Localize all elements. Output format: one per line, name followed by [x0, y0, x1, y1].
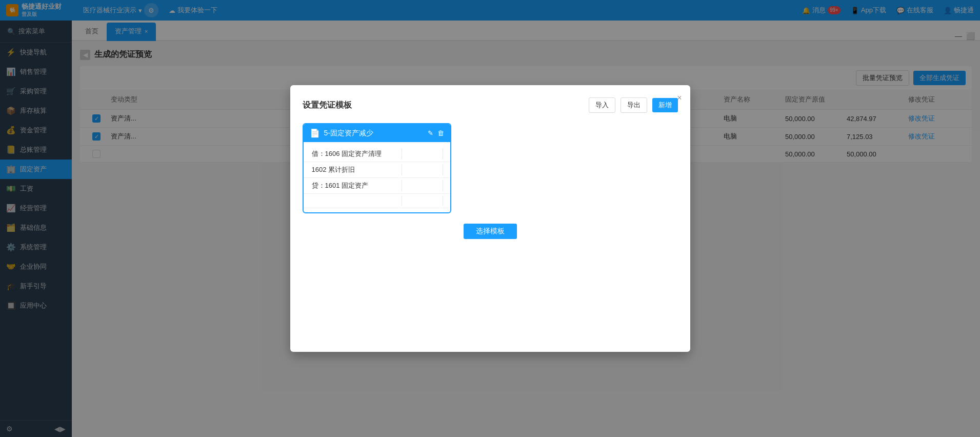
template-card-header: 📄 5-固定资产减少 ✎ 🗑: [304, 124, 450, 142]
template-row4-debit: [402, 196, 443, 206]
template-row: 1602 累计折旧: [304, 162, 450, 178]
modal-title: 设置凭证模板: [303, 100, 352, 111]
modal-header: 设置凭证模板 导入 导出 新增: [303, 97, 678, 113]
template-row: 贷：1601 固定资产: [304, 178, 450, 194]
card-title-area: 📄 5-固定资产减少: [310, 128, 373, 138]
template-row: 借：1606 固定资产清理: [304, 146, 450, 162]
template-row2-credit: [443, 164, 451, 175]
select-template-btn[interactable]: 选择模板: [464, 224, 517, 239]
template-row4-account: [310, 196, 402, 206]
template-row2-account: 1602 累计折旧: [310, 164, 402, 175]
template-row1-account: 借：1606 固定资产清理: [310, 148, 402, 160]
card-action-buttons: ✎ 🗑: [428, 129, 444, 137]
template-card-title: 5-固定资产减少: [324, 129, 373, 138]
export-btn[interactable]: 导出: [621, 97, 647, 113]
document-icon: 📄: [310, 128, 320, 138]
select-template-area: 选择模板: [303, 224, 678, 239]
template-row2-debit: [402, 164, 443, 175]
template-row3-debit: [402, 180, 443, 191]
new-template-btn[interactable]: 新增: [652, 98, 678, 112]
template-edit-btn[interactable]: ✎: [428, 129, 433, 137]
template-row1-debit: [402, 148, 443, 160]
template-row-empty: [304, 194, 450, 208]
template-row3-account: 贷：1601 固定资产: [310, 180, 402, 191]
template-row3-credit: [443, 180, 451, 191]
template-card: 📄 5-固定资产减少 ✎ 🗑 借：1606 固定资产清理 1602 累计折旧 贷…: [303, 123, 451, 213]
template-delete-btn[interactable]: 🗑: [437, 129, 444, 137]
modal-set-template: 设置凭证模板 导入 导出 新增 × 📄 5-固定资产减少 ✎ 🗑 借：1606 …: [290, 85, 690, 352]
import-btn[interactable]: 导入: [589, 97, 615, 113]
template-row1-credit: [443, 148, 451, 160]
template-card-body: 借：1606 固定资产清理 1602 累计折旧 贷：1601 固定资产: [304, 142, 450, 212]
modal-actions: 导入 导出 新增: [589, 97, 678, 113]
template-row4-credit: [443, 196, 451, 206]
modal-close-btn[interactable]: ×: [677, 93, 682, 103]
